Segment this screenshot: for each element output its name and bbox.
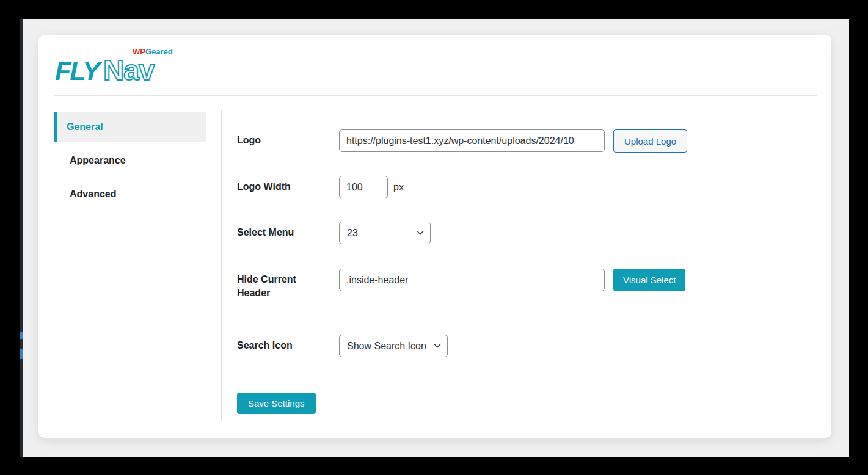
select-menu-label: Select Menu	[237, 222, 339, 239]
px-suffix: px	[393, 176, 404, 198]
search-icon-select[interactable]: Show Search Icon	[339, 335, 448, 357]
logo-text-nav: Nav	[103, 56, 154, 84]
browser-viewport: FLY Nav WPGeared General Appearance Adva…	[20, 19, 849, 457]
settings-form: Logo Upload Logo Logo Width px Select Me…	[237, 129, 817, 414]
sidebar-item-label: Advanced	[70, 189, 116, 200]
plugin-logo: FLY Nav WPGeared	[55, 47, 154, 82]
search-icon-label: Search Icon	[237, 335, 339, 352]
upload-logo-button[interactable]: Upload Logo	[613, 129, 687, 153]
logo-text-fly: FLY	[55, 58, 99, 84]
header-divider	[54, 95, 817, 96]
admin-menu-accent-mark	[20, 332, 23, 339]
hide-header-row: Hide Current Header Visual Select	[237, 269, 817, 299]
settings-card: FLY Nav WPGeared General Appearance Adva…	[38, 35, 831, 438]
wp-admin-menu-sliver	[20, 19, 23, 457]
sidebar-item-general[interactable]: General	[54, 112, 206, 142]
logo-badge-geared: Geared	[145, 47, 173, 56]
visual-select-button[interactable]: Visual Select	[613, 269, 685, 291]
logo-width-row: Logo Width px	[237, 176, 817, 198]
logo-url-input[interactable]	[339, 129, 605, 152]
logo-label: Logo	[237, 129, 339, 147]
sidebar-item-label: General	[67, 121, 103, 132]
sidebar-content-divider	[221, 110, 222, 421]
search-icon-row: Search Icon Show Search Icon	[237, 335, 817, 357]
logo-badge-wpgeared: WPGeared	[133, 47, 173, 56]
save-settings-button[interactable]: Save Settings	[237, 393, 316, 414]
hide-header-label: Hide Current Header	[237, 269, 339, 299]
logo-badge-wp: WP	[133, 47, 145, 56]
sidebar-item-appearance[interactable]: Appearance	[54, 145, 206, 175]
select-menu-row: Select Menu 23	[237, 222, 817, 244]
settings-sidebar: General Appearance Advanced	[54, 112, 206, 212]
menu-select[interactable]: 23	[339, 222, 431, 244]
admin-menu-accent-mark	[20, 349, 23, 359]
logo-row: Logo Upload Logo	[237, 129, 817, 153]
hide-header-input[interactable]	[339, 269, 605, 291]
logo-width-label: Logo Width	[237, 176, 339, 194]
sidebar-item-advanced[interactable]: Advanced	[54, 179, 206, 209]
sidebar-item-label: Appearance	[70, 155, 126, 166]
logo-width-input[interactable]	[339, 176, 388, 198]
